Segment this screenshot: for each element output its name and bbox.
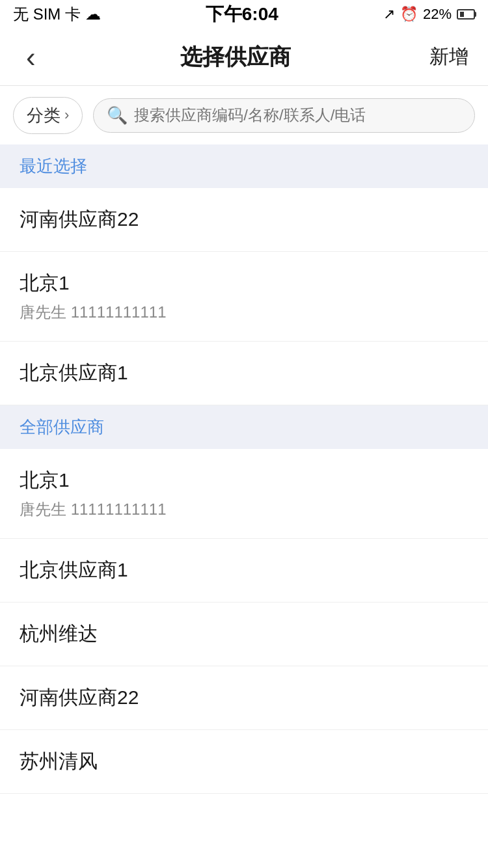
item-name: 河南供应商22 (20, 206, 468, 233)
status-left: 无 SIM 卡 ☁ (13, 4, 101, 25)
filter-bar: 分类 › 🔍 (0, 86, 488, 144)
chevron-right-icon: › (64, 107, 69, 124)
search-input[interactable] (134, 106, 461, 124)
search-icon: 🔍 (107, 105, 128, 126)
all-list-item[interactable]: 河南供应商22 (0, 666, 488, 730)
recent-list-item[interactable]: 北京供应商1 (0, 342, 488, 405)
item-name: 北京供应商1 (20, 557, 468, 584)
recent-list-item[interactable]: 北京1唐先生 11111111111 (0, 252, 488, 342)
item-sub: 唐先生 11111111111 (20, 499, 468, 520)
sim-text: 无 SIM 卡 ☁ (13, 4, 101, 25)
recent-list-item[interactable]: 河南供应商22 (0, 188, 488, 252)
all-list-item[interactable]: 苏州清风 (0, 730, 488, 794)
status-right: ↗ ⏰ 22% (383, 6, 475, 23)
item-sub: 唐先生 11111111111 (20, 302, 468, 323)
recent-list: 河南供应商22北京1唐先生 11111111111北京供应商1 (0, 188, 488, 405)
item-name: 河南供应商22 (20, 685, 468, 711)
category-label: 分类 (27, 104, 61, 127)
add-button[interactable]: 新增 (429, 44, 468, 70)
location-icon: ↗ (383, 6, 395, 23)
item-name: 北京1 (20, 467, 468, 494)
battery-icon (457, 9, 475, 20)
category-button[interactable]: 分类 › (13, 97, 83, 134)
status-bar: 无 SIM 卡 ☁ 下午6:04 ↗ ⏰ 22% (0, 0, 488, 29)
all-section-header: 全部供应商 (0, 405, 488, 449)
item-name: 北京供应商1 (20, 360, 468, 387)
all-list-item[interactable]: 杭州维达 (0, 603, 488, 666)
all-list-item[interactable]: 北京1唐先生 11111111111 (0, 449, 488, 539)
nav-bar: ‹ 选择供应商 新增 (0, 29, 488, 86)
item-name: 苏州清风 (20, 748, 468, 775)
recent-section-label: 最近选择 (20, 156, 87, 176)
all-list: 北京1唐先生 11111111111北京供应商1杭州维达河南供应商22苏州清风 (0, 449, 488, 794)
status-time: 下午6:04 (206, 2, 278, 27)
alarm-icon: ⏰ (400, 6, 418, 23)
item-name: 杭州维达 (20, 621, 468, 647)
recent-section-header: 最近选择 (0, 144, 488, 188)
page-title: 选择供应商 (180, 42, 291, 72)
all-list-item[interactable]: 北京供应商1 (0, 539, 488, 603)
back-button[interactable]: ‹ (20, 34, 42, 80)
battery-text: 22% (423, 6, 452, 23)
item-name: 北京1 (20, 270, 468, 297)
all-section-label: 全部供应商 (20, 417, 104, 437)
search-box: 🔍 (93, 98, 475, 133)
